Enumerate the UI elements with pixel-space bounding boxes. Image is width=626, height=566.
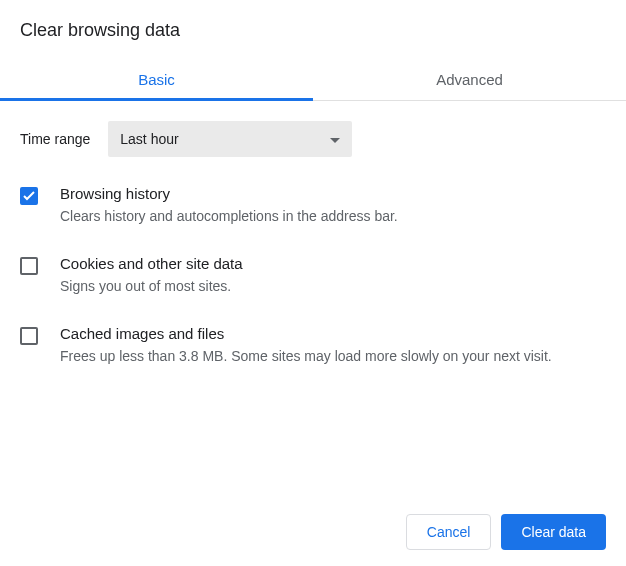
time-range-label: Time range — [20, 131, 90, 147]
check-icon — [23, 191, 35, 201]
option-title: Browsing history — [60, 185, 606, 202]
dialog-title: Clear browsing data — [0, 0, 626, 59]
tabs: Basic Advanced — [0, 59, 626, 101]
time-range-row: Time range Last hour — [20, 121, 606, 157]
tab-advanced[interactable]: Advanced — [313, 59, 626, 100]
dialog-actions: Cancel Clear data — [0, 498, 626, 566]
option-text: Cached images and files Frees up less th… — [60, 325, 606, 367]
option-browsing-history: Browsing history Clears history and auto… — [20, 185, 606, 227]
time-range-select[interactable]: Last hour — [108, 121, 352, 157]
option-cache: Cached images and files Frees up less th… — [20, 325, 606, 367]
clear-data-button[interactable]: Clear data — [501, 514, 606, 550]
option-text: Browsing history Clears history and auto… — [60, 185, 606, 227]
option-desc: Clears history and autocompletions in th… — [60, 206, 606, 227]
clear-browsing-data-dialog: Clear browsing data Basic Advanced Time … — [0, 0, 626, 566]
option-cookies: Cookies and other site data Signs you ou… — [20, 255, 606, 297]
checkbox-cookies[interactable] — [20, 257, 38, 275]
dialog-content: Time range Last hour Browsing history Cl… — [0, 101, 626, 498]
checkbox-cache[interactable] — [20, 327, 38, 345]
option-title: Cached images and files — [60, 325, 606, 342]
option-text: Cookies and other site data Signs you ou… — [60, 255, 606, 297]
cancel-button[interactable]: Cancel — [406, 514, 492, 550]
checkbox-browsing-history[interactable] — [20, 187, 38, 205]
option-desc: Frees up less than 3.8 MB. Some sites ma… — [60, 346, 606, 367]
option-title: Cookies and other site data — [60, 255, 606, 272]
tab-basic[interactable]: Basic — [0, 59, 313, 100]
time-range-select-wrapper: Last hour — [108, 121, 352, 157]
option-desc: Signs you out of most sites. — [60, 276, 606, 297]
